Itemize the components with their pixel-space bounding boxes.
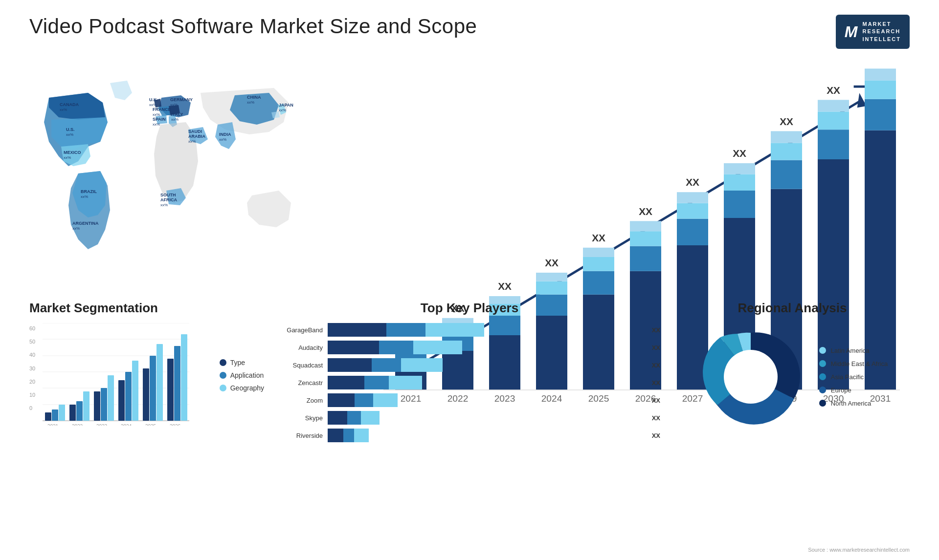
player-row-skype: Skype XX: [279, 411, 660, 425]
player-row-audacity: Audacity XX: [279, 341, 660, 354]
svg-rect-122: [156, 344, 163, 421]
svg-rect-125: [181, 334, 187, 421]
legend-geography: Geography: [220, 384, 264, 392]
svg-text:2023: 2023: [96, 424, 108, 426]
svg-text:xx%: xx%: [219, 137, 226, 142]
player-row-squadcast: Squadcast XX: [279, 358, 660, 372]
logo: M MARKET RESEARCH INTELLECT: [836, 15, 910, 49]
svg-text:FRANCE: FRANCE: [153, 107, 171, 112]
world-map-svg: CANADA xx% U.S. xx% MEXICO xx% BRAZIL xx…: [29, 59, 333, 283]
svg-rect-117: [118, 380, 125, 421]
svg-text:ARABIA: ARABIA: [188, 134, 205, 139]
svg-rect-60: [630, 246, 661, 271]
svg-rect-109: [52, 409, 58, 421]
svg-text:U.K.: U.K.: [149, 97, 158, 102]
svg-rect-111: [69, 405, 76, 421]
logo-text: MARKET RESEARCH INTELLECT: [863, 21, 901, 43]
svg-rect-51: [536, 281, 567, 295]
donut-chart: [697, 323, 805, 431]
svg-rect-123: [167, 359, 174, 421]
player-row-zoom: Zoom XX: [279, 393, 660, 407]
svg-text:MEXICO: MEXICO: [64, 150, 81, 155]
logo-letter: M: [845, 23, 858, 41]
regional-legend: Latin America Middle East & Africa Asia …: [819, 347, 888, 407]
players-title: Top Key Players: [279, 301, 660, 316]
svg-text:SOUTH: SOUTH: [160, 193, 176, 197]
svg-rect-65: [677, 219, 708, 245]
svg-text:xx%: xx%: [279, 108, 286, 112]
legend-application: Application: [220, 371, 264, 379]
seg-bars: 2021 2022 2023 2024 2025 2026: [43, 323, 207, 428]
svg-rect-57: [583, 248, 614, 257]
svg-text:JAPAN: JAPAN: [279, 103, 293, 108]
svg-rect-67: [677, 192, 708, 203]
svg-text:2026: 2026: [170, 424, 181, 426]
regional-content: Latin America Middle East & Africa Asia …: [675, 323, 910, 431]
seg-y-axis: 60 50 40 30 20 10 0: [29, 323, 38, 421]
svg-text:XX: XX: [498, 280, 512, 292]
player-row-garageband: GarageBand XX: [279, 323, 660, 337]
svg-text:ITALY: ITALY: [171, 112, 183, 117]
svg-rect-85: [865, 99, 896, 130]
svg-text:xx%: xx%: [72, 226, 80, 231]
svg-rect-71: [724, 174, 755, 191]
svg-rect-55: [583, 271, 614, 295]
svg-text:xx%: xx%: [66, 132, 73, 137]
svg-text:2021: 2021: [47, 424, 59, 426]
svg-text:xx%: xx%: [60, 108, 67, 112]
svg-text:SAUDI: SAUDI: [188, 129, 202, 134]
svg-rect-82: [818, 100, 849, 112]
svg-text:XX: XX: [686, 177, 699, 188]
player-row-riverside: Riverside XX: [279, 429, 660, 442]
svg-rect-76: [771, 143, 802, 160]
svg-rect-121: [150, 356, 156, 421]
svg-text:xx%: xx%: [160, 203, 168, 207]
page-container: Video Podcast Software Market Size and S…: [0, 0, 939, 560]
svg-rect-61: [630, 231, 661, 246]
svg-text:CHINA: CHINA: [247, 95, 261, 100]
svg-rect-86: [865, 81, 896, 99]
svg-text:xx%: xx%: [170, 103, 178, 107]
legend-latin-america: Latin America: [819, 347, 888, 354]
seg-chart-svg: 2021 2022 2023 2024 2025 2026: [43, 323, 189, 426]
svg-text:SPAIN: SPAIN: [153, 117, 166, 122]
svg-text:XX: XX: [639, 206, 652, 217]
legend-north-america: North America: [819, 400, 888, 407]
svg-text:XX: XX: [780, 116, 793, 127]
svg-text:XX: XX: [827, 85, 840, 96]
svg-text:INDIA: INDIA: [219, 132, 231, 137]
svg-rect-72: [724, 163, 755, 174]
svg-text:xx%: xx%: [153, 122, 160, 127]
svg-rect-118: [125, 372, 132, 421]
bottom-grid: Market Segmentation 60 50 40 30 20 10 0: [29, 301, 910, 446]
svg-rect-81: [818, 112, 849, 130]
segmentation-title: Market Segmentation: [29, 301, 264, 316]
svg-rect-119: [132, 361, 138, 421]
legend-app-dot: [220, 372, 226, 379]
svg-text:xx%: xx%: [153, 112, 160, 117]
seg-legend: Type Application Geography: [220, 323, 264, 428]
legend-europe: Europe: [819, 387, 888, 394]
svg-text:GERMANY: GERMANY: [170, 97, 193, 102]
svg-text:BRAZIL: BRAZIL: [81, 189, 97, 194]
svg-text:U.S.: U.S.: [66, 127, 75, 132]
svg-text:xx%: xx%: [149, 103, 156, 107]
legend-asia-pacific: Asia Pacific: [819, 373, 888, 381]
svg-text:XX: XX: [733, 148, 746, 159]
regional-title: Regional Analysis: [675, 301, 910, 316]
svg-text:XX: XX: [592, 232, 605, 243]
legend-geo-dot: [220, 385, 226, 391]
svg-text:XX: XX: [545, 257, 559, 268]
svg-text:2022: 2022: [72, 424, 83, 426]
canada-label: CANADA: [60, 102, 79, 107]
svg-rect-52: [536, 273, 567, 281]
svg-rect-112: [76, 401, 83, 421]
top-grid: CANADA xx% U.S. xx% MEXICO xx% BRAZIL xx…: [29, 59, 910, 293]
svg-rect-110: [59, 405, 65, 421]
svg-text:ARGENTINA: ARGENTINA: [72, 221, 99, 226]
legend-type-dot: [220, 359, 226, 366]
svg-point-133: [724, 350, 778, 404]
svg-text:xx%: xx%: [81, 194, 88, 199]
svg-rect-114: [94, 391, 100, 421]
svg-text:AFRICA: AFRICA: [160, 197, 177, 202]
